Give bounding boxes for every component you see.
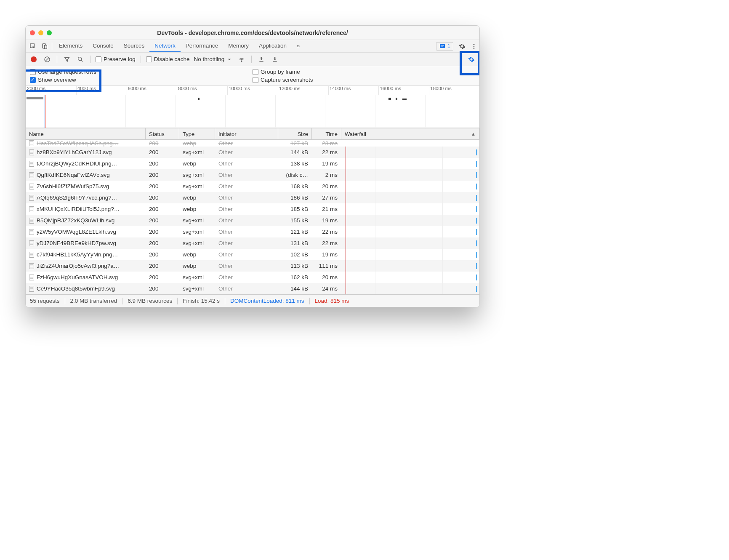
table-row[interactable]: yDJ70NF49BREe9kHD7pw.svg200svg+xmlOther1…	[26, 237, 479, 249]
request-type: webp	[179, 205, 215, 213]
tab-network[interactable]: Network	[149, 40, 181, 52]
network-conditions-icon[interactable]	[237, 55, 246, 64]
col-size[interactable]: Size	[278, 128, 312, 139]
throttling-select[interactable]: No throttling	[194, 56, 233, 63]
table-row[interactable]: HasThd7GxWfIpcaq-iASh.png… 200 webp Othe…	[26, 140, 479, 147]
titlebar: DevTools - developer.chrome.com/docs/dev…	[26, 26, 479, 40]
request-type: svg+xml	[179, 284, 215, 293]
ruler-tick: 10000 ms	[227, 86, 278, 95]
maximize-window-button[interactable]	[47, 30, 52, 35]
waterfall-cell	[341, 237, 479, 249]
file-icon	[29, 218, 34, 224]
svg-rect-4	[441, 45, 444, 45]
status-requests: 55 requests	[30, 298, 60, 304]
upload-har-icon[interactable]	[257, 55, 266, 64]
request-size: 162 kB	[278, 273, 312, 282]
col-name[interactable]: Name	[26, 128, 146, 139]
show-overview-checkbox[interactable]: Show overview	[30, 77, 253, 83]
waterfall-bar	[476, 229, 477, 235]
device-toggle-icon[interactable]	[39, 41, 50, 52]
tab-console[interactable]: Console	[88, 40, 119, 52]
table-row[interactable]: AQfq69qS2Ig6lT9Y7vcc.png?…200webpOther18…	[26, 192, 479, 203]
issues-badge[interactable]: 1	[436, 42, 453, 51]
window-controls	[30, 30, 52, 35]
col-time[interactable]: Time	[312, 128, 341, 139]
request-status: 200	[146, 227, 179, 236]
timeline-ruler: 2000 ms 4000 ms 6000 ms 8000 ms 10000 ms…	[26, 86, 479, 95]
request-name: yDJ70NF49BREe9kHD7pw.svg	[37, 240, 116, 246]
waterfall-bar	[476, 252, 477, 258]
tab-more[interactable]: »	[292, 40, 305, 52]
large-rows-label: Use large request rows	[38, 69, 96, 75]
request-name: y2W5yVOMWqgL8ZE1Lklh.svg	[37, 229, 116, 235]
request-size: 113 kB	[278, 261, 312, 270]
load-line	[346, 169, 346, 181]
timeline-activity	[27, 97, 43, 99]
timeline-mark	[388, 98, 391, 100]
group-by-frame-checkbox[interactable]: Group by frame	[253, 69, 475, 75]
request-type: svg+xml	[179, 216, 215, 225]
issues-count: 1	[447, 43, 450, 49]
preserve-log-label: Preserve log	[104, 56, 136, 62]
request-size: 144 kB	[278, 284, 312, 293]
table-row[interactable]: Ce9YHacO35q8t5wbmFp9.svg200svg+xmlOther1…	[26, 283, 479, 294]
table-row[interactable]: JiZisZ4UmarOjo5cAwf3.png?a…200webpOther1…	[26, 260, 479, 272]
capture-screenshots-checkbox[interactable]: Capture screenshots	[253, 77, 475, 83]
load-line	[346, 192, 346, 203]
request-status: 200	[146, 239, 179, 248]
network-settings-gear-icon[interactable]	[467, 55, 476, 64]
col-status[interactable]: Status	[146, 128, 179, 139]
overview-timeline[interactable]: 2000 ms 4000 ms 6000 ms 8000 ms 10000 ms…	[26, 86, 479, 128]
request-status: 200	[146, 159, 179, 168]
load-line	[346, 158, 346, 169]
request-type: svg+xml	[179, 148, 215, 157]
waterfall-bar	[476, 263, 477, 269]
col-type[interactable]: Type	[179, 128, 215, 139]
table-row[interactable]: y2W5yVOMWqgL8ZE1Lklh.svg200svg+xmlOther1…	[26, 226, 479, 237]
col-initiator[interactable]: Initiator	[215, 128, 278, 139]
request-size: 102 kB	[278, 250, 312, 259]
table-row[interactable]: c7kf94kHB11kK5AyYyMn.png…200webpOther102…	[26, 249, 479, 260]
tab-performance[interactable]: Performance	[181, 40, 223, 52]
tab-application[interactable]: Application	[254, 40, 292, 52]
record-button[interactable]	[29, 55, 38, 64]
group-by-frame-label: Group by frame	[261, 69, 300, 75]
filter-icon[interactable]	[62, 55, 72, 64]
large-request-rows-checkbox[interactable]: Use large request rows	[30, 69, 253, 75]
table-row[interactable]: xMKUHQxXLiRDiiUTol5J.png?…200webpOther18…	[26, 203, 479, 215]
request-status: 200	[146, 273, 179, 282]
table-row[interactable]: FzH6gwuHgXuGnasATVOH.svg200svg+xmlOther1…	[26, 272, 479, 283]
col-waterfall[interactable]: Waterfall ▲	[341, 128, 479, 139]
waterfall-bar	[476, 240, 477, 246]
request-name: Zv6sbHi6fZfZMWufSp75.svg	[37, 183, 109, 189]
tab-memory[interactable]: Memory	[223, 40, 254, 52]
waterfall-cell	[341, 147, 479, 158]
waterfall-bar	[476, 195, 477, 201]
request-time: 27 ms	[312, 193, 341, 202]
tab-sources[interactable]: Sources	[119, 40, 150, 52]
waterfall-cell	[341, 215, 479, 226]
tab-elements[interactable]: Elements	[54, 40, 88, 52]
svg-point-8	[474, 48, 475, 49]
search-icon[interactable]	[76, 55, 85, 64]
table-row[interactable]: tJOhr2jBQWy2CdKHDlUl.png…200webpOther138…	[26, 158, 479, 169]
file-icon	[29, 172, 34, 178]
close-window-button[interactable]	[30, 30, 35, 35]
settings-gear-icon[interactable]	[457, 41, 468, 52]
minimize-window-button[interactable]	[38, 30, 43, 35]
inspect-icon[interactable]	[27, 41, 38, 52]
table-row[interactable]: Zv6sbHi6fZfZMWufSp75.svg200svg+xmlOther1…	[26, 181, 479, 192]
disable-cache-checkbox[interactable]: Disable cache	[146, 56, 190, 62]
file-icon	[29, 149, 34, 155]
request-type: webp	[179, 261, 215, 270]
table-row[interactable]: QgftKdIKE6NqaFwlZAVc.svg200svg+xmlOther(…	[26, 169, 479, 181]
table-row[interactable]: hz8BXb9YlYLhCGarY12J.svg200svg+xmlOther1…	[26, 147, 479, 158]
table-row[interactable]: B5QMjpRJZ72xKQ3uWLlh.svg200svg+xmlOther1…	[26, 215, 479, 226]
file-icon	[29, 206, 34, 212]
waterfall-bar	[476, 286, 477, 292]
clear-icon[interactable]	[43, 55, 52, 64]
kebab-menu-icon[interactable]	[468, 41, 479, 52]
download-har-icon[interactable]	[270, 55, 279, 64]
preserve-log-checkbox[interactable]: Preserve log	[96, 56, 136, 62]
waterfall-cell	[341, 169, 479, 181]
